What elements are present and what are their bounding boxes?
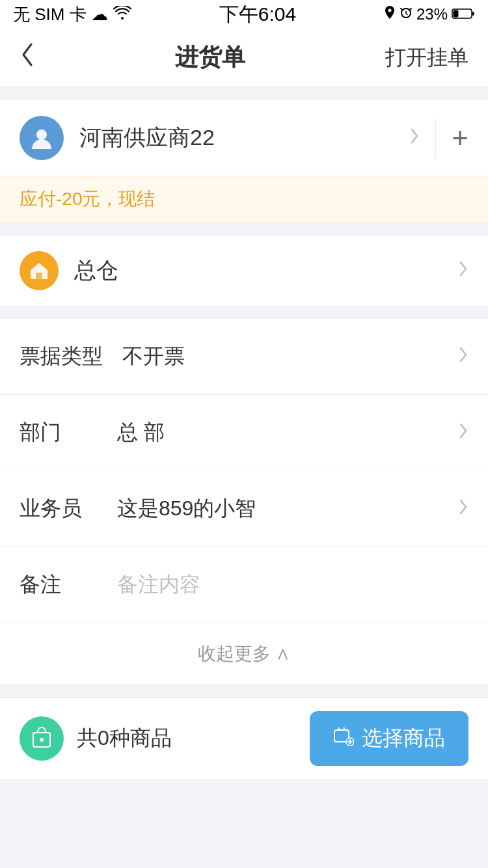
ticket-chevron-icon [458,346,468,368]
open-pending-button[interactable]: 打开挂单 [385,44,468,72]
nav-bar: 进货单 打开挂单 [0,29,488,87]
supplier-row[interactable]: 河南供应商22 + [0,100,488,176]
form-row-ticket[interactable]: 票据类型 不开票 [0,319,488,394]
wifi-icon [113,5,131,25]
svg-point-4 [36,129,47,140]
salesperson-chevron-icon [458,498,468,521]
background-fill [0,779,488,868]
alarm-icon [400,5,413,23]
product-count-text: 共0种商品 [77,724,310,753]
supplier-chevron-icon [409,127,420,150]
no-sim-text: 无 SIM 卡 ☁ [13,3,108,26]
form-section: 票据类型 不开票 部门 总 部 业务员 这是859的小智 备注 备注内容 收起更… [0,319,488,685]
gap-4 [0,685,488,698]
form-row-department[interactable]: 部门 总 部 [0,394,488,470]
battery-icon [452,5,475,23]
location-icon [384,5,396,23]
ticket-label: 票据类型 [20,342,103,371]
department-value: 总 部 [117,418,458,447]
page-title: 进货单 [175,42,245,74]
form-row-salesperson[interactable]: 业务员 这是859的小智 [0,470,488,547]
notice-text: 应付-20元，现结 [20,189,155,209]
status-right: 23% [384,5,475,23]
divider [435,118,436,157]
product-icon [20,716,64,761]
notice-bar: 应付-20元，现结 [0,176,488,223]
back-button[interactable] [20,42,35,74]
product-bar: 共0种商品 选择商品 [0,698,488,779]
supplier-name: 河南供应商22 [79,123,409,153]
svg-rect-3 [454,10,459,18]
select-product-button[interactable]: 选择商品 [310,711,468,766]
collapse-button[interactable]: 收起更多 ∧ [0,623,488,685]
warehouse-chevron-icon [458,260,468,282]
supplier-section: 河南供应商22 + 应付-20元，现结 [0,100,488,223]
svg-point-0 [388,9,391,12]
add-supplier-button[interactable]: + [452,124,468,152]
salesperson-value: 这是859的小智 [117,495,458,523]
remark-label: 备注 [20,571,98,599]
warehouse-row[interactable]: 总仓 [0,236,488,306]
select-product-icon [333,727,354,750]
status-left: 无 SIM 卡 ☁ [13,3,131,26]
status-bar: 无 SIM 卡 ☁ 下午6:04 23% [0,0,488,29]
gap-1 [0,87,488,100]
department-chevron-icon [458,422,468,444]
ticket-value: 不开票 [122,342,458,371]
form-row-remark[interactable]: 备注 备注内容 [0,547,488,623]
gap-3 [0,306,488,319]
supplier-avatar [20,116,64,160]
salesperson-label: 业务员 [20,495,98,523]
svg-rect-5 [36,273,42,279]
gap-2 [0,223,488,236]
status-time: 下午6:04 [219,1,296,28]
warehouse-icon [20,251,59,290]
battery-percentage: 23% [416,5,448,23]
warehouse-section[interactable]: 总仓 [0,236,488,306]
remark-input[interactable]: 备注内容 [117,571,468,599]
warehouse-name: 总仓 [74,256,458,286]
select-product-label: 选择商品 [362,724,445,753]
svg-point-7 [40,738,44,742]
department-label: 部门 [20,418,98,447]
